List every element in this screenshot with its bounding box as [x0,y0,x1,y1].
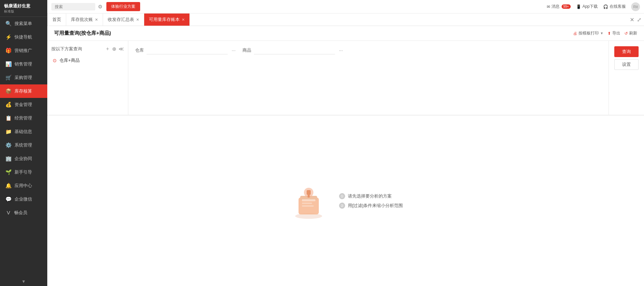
sidebar-item-purchase[interactable]: 🛒采购管理 [0,71,47,84]
sidebar-item-basic[interactable]: 📁基础信息 [0,125,47,138]
sidebar-icon-system: ⚙️ [5,142,12,148]
logo-sub: 标准版 [4,9,43,14]
sidebar-item-newbie[interactable]: 🌱新手引导 [0,165,47,179]
tab-close-batch[interactable]: ✕ [95,18,98,22]
online-service-item[interactable]: 🎧 在线客服 [603,4,626,9]
tab-summary[interactable]: 收发存汇总表✕ [103,14,144,26]
main-area: ⚙ 体验行业方案 ✉ 消息 99+ 📱 App下载 🎧 在线客服 Rit [47,0,644,286]
sidebar-item-shortcut[interactable]: ⚡快捷导航 [0,30,47,44]
avatar: Rit [631,2,640,11]
tip-text-2: 用[过滤]条件来缩小分析范围 [348,203,403,209]
logo-title: 畅康通好生意 [4,3,43,9]
topbar: ⚙ 体验行业方案 ✉ 消息 99+ 📱 App下载 🎧 在线客服 Rit [47,0,644,14]
tab-batch[interactable]: 库存批次账✕ [66,14,103,26]
scheme-actions: ＋ ⊕ ≪ [105,46,124,52]
add-scheme-icon[interactable]: ＋ [105,46,110,52]
tab-label-summary: 收发存汇总表 [108,17,134,23]
sidebar-label-basic: 基础信息 [15,129,32,135]
product-input[interactable] [254,46,335,54]
sidebar-icon-search: 🔍 [5,21,12,27]
warehouse-input[interactable] [147,46,228,54]
expand-icon[interactable]: ⤢ [637,17,641,23]
gear-icon[interactable]: ⚙ [98,4,102,10]
sidebar-label-system: 系统管理 [15,142,32,148]
query-scheme-header: 按以下方案查询 ＋ ⊕ ≪ [47,44,128,55]
sidebar-item-wechat[interactable]: 💬企业微信 [0,192,47,206]
app-download-label: App下载 [583,4,598,9]
sidebar-item-appstore[interactable]: 🔔应用中心 [0,179,47,192]
sidebar-icon-finance: 💰 [5,102,12,108]
warehouse-filter: 仓库 ··· [135,46,236,54]
app-download-item[interactable]: 📱 App下载 [576,4,598,9]
collapse-icon[interactable]: ≪ [119,46,124,52]
svg-rect-8 [308,195,310,198]
print-button[interactable]: 🖨 按模板打印 ▼ [573,30,603,36]
svg-rect-4 [302,203,312,204]
empty-tips: ① 请先选择要分析的方案 ② 用[过滤]条件来缩小分析范围 [339,193,403,209]
svg-rect-5 [302,205,314,207]
sidebar-logo: 畅康通好生意 标准版 [0,0,47,17]
export-button[interactable]: ⬆ 导出 [608,30,620,36]
sidebar-icon-newbie: 🌱 [5,169,12,175]
online-service-label: 在线客服 [610,4,626,9]
sidebar-icon-basic: 📁 [5,129,12,135]
filter-row: 仓库 ··· 商品 ··· [135,46,602,54]
refresh-icon: ↺ [624,31,628,36]
sidebar-scroll-down[interactable]: ▼ [0,277,47,286]
message-item[interactable]: ✉ 消息 99+ [547,4,571,9]
product-label: 商品 [242,47,251,53]
sidebar-item-enterprise[interactable]: 🏢企业协同 [0,152,47,165]
page-title: 可用量查询(按仓库+商品) [54,30,111,36]
print-icon: 🖨 [573,31,577,36]
tab-available[interactable]: 可用量库存账本✕ [144,14,190,26]
tab-label-batch: 库存批次账 [71,17,93,23]
page-header: 可用量查询(按仓库+商品) 🖨 按模板打印 ▼ ⬆ 导出 ↺ 刷新 [47,26,644,41]
close-tab-icon[interactable]: ✕ [630,17,634,23]
sidebar-item-operation[interactable]: 📋经营管理 [0,111,47,125]
sidebar-item-search[interactable]: 🔍搜索菜单 [0,17,47,30]
setting-button[interactable]: 设置 [614,59,639,70]
product-more-icon[interactable]: ··· [339,48,343,53]
sidebar-icon-shortcut: ⚡ [5,34,12,40]
sidebar-label-inventory: 库存核算 [15,88,32,94]
trial-button[interactable]: 体验行业方案 [106,2,140,11]
sidebar-item-sales[interactable]: 📊销售管理 [0,57,47,71]
sidebar-item-finance[interactable]: 💰资金管理 [0,98,47,111]
scheme-icon: ⊙ [53,58,57,63]
warehouse-label: 仓库 [135,47,144,53]
sidebar-icon-purchase: 🛒 [5,75,12,81]
scheme-header-label: 按以下方案查询 [51,46,82,52]
tip-item-1: ① 请先选择要分析的方案 [339,193,403,199]
message-badge: 99+ [562,4,571,9]
sidebar-icon-enterprise: 🏢 [5,156,12,162]
tab-close-summary[interactable]: ✕ [136,18,139,22]
sidebar-item-inventory[interactable]: 📦库存核算 [0,84,47,98]
sidebar-label-operation: 经营管理 [15,115,32,121]
chevron-down-icon: ▼ [600,31,603,35]
search-input[interactable] [51,3,95,10]
sidebar-label-search: 搜索菜单 [15,21,32,27]
tip-num-1: ① [339,193,345,199]
empty-state: ① 请先选择要分析的方案 ② 用[过滤]条件来缩小分析范围 [47,116,644,286]
svg-rect-3 [302,199,315,201]
query-buttons: 查询 设置 [609,41,644,115]
tab-home[interactable]: 首页 [47,14,66,26]
refresh-button[interactable]: ↺ 刷新 [624,30,637,36]
warehouse-more-icon[interactable]: ··· [232,48,236,53]
user-item[interactable]: Rit [631,2,640,11]
scheme-item[interactable]: ⊙仓库+商品 [47,55,128,66]
tip-text-1: 请先选择要分析的方案 [348,193,392,199]
topbar-right: ✉ 消息 99+ 📱 App下载 🎧 在线客服 Rit [547,2,640,11]
scheme-label: 仓库+商品 [59,57,80,63]
sidebar-item-marketing[interactable]: 🎁营销推广 [0,44,47,57]
tab-close-available[interactable]: ✕ [182,18,185,22]
sidebar-item-member[interactable]: V畅会员 [0,206,47,219]
settings-scheme-icon[interactable]: ⊕ [112,46,117,52]
query-button[interactable]: 查询 [614,46,639,57]
sidebar-label-finance: 资金管理 [15,102,32,108]
sidebar-item-system[interactable]: ⚙️系统管理 [0,138,47,152]
sidebar-label-member: 畅会员 [14,210,27,216]
sidebar-label-appstore: 应用中心 [15,183,32,189]
export-label: 导出 [612,30,620,36]
sidebar-icon-appstore: 🔔 [5,183,12,189]
